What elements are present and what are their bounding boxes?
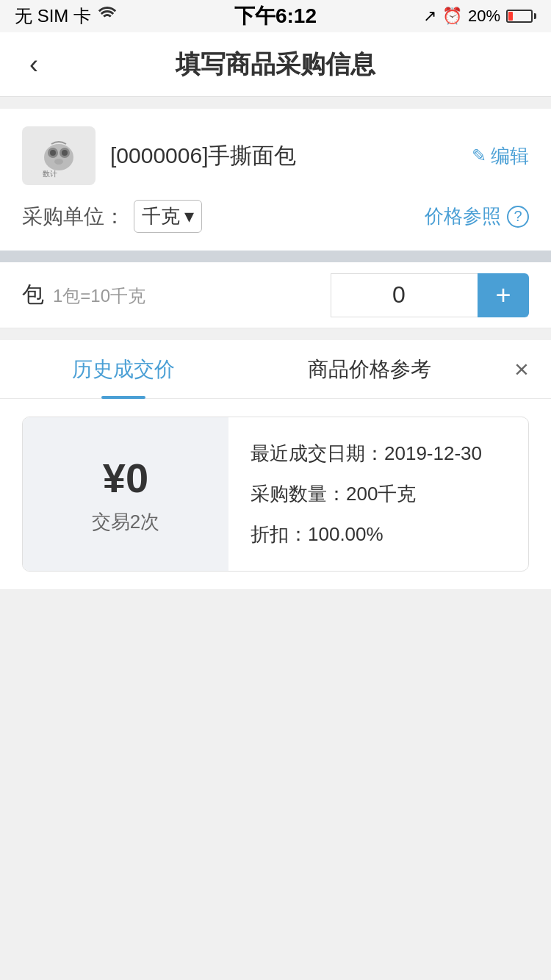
tab-section: 历史成交价 商品价格参考 × ¥0 交易2次 最近成交日期：2019-12-30… — [0, 340, 551, 589]
status-left: 无 SIM 卡 — [15, 4, 118, 28]
unit-char: 包 — [22, 280, 44, 310]
battery-icon — [506, 10, 536, 23]
alarm-icon: ⏰ — [442, 7, 462, 26]
unit-label-area: 包 1包=10千克 — [22, 280, 145, 310]
svg-text:数计: 数计 — [43, 170, 57, 178]
discount-row: 折扣：100.00% — [251, 520, 506, 549]
tab-product-price-ref[interactable]: 商品价格参考 — [246, 340, 492, 399]
history-price: ¥0 — [103, 454, 148, 502]
product-name: [0000006]手撕面包 — [110, 141, 472, 171]
purchase-qty-row: 采购数量：200千克 — [251, 480, 506, 508]
page-title: 填写商品采购信息 — [176, 48, 375, 82]
svg-point-3 — [50, 150, 56, 156]
product-info: [0000006]手撕面包 — [110, 141, 472, 171]
section-divider — [0, 251, 551, 262]
history-content: ¥0 交易2次 最近成交日期：2019-12-30 采购数量：200千克 折扣：… — [0, 399, 551, 589]
recent-date-row: 最近成交日期：2019-12-30 — [251, 439, 506, 468]
dropdown-arrow-icon: ▾ — [184, 205, 194, 228]
tab-row: 历史成交价 商品价格参考 × — [0, 340, 551, 399]
history-left-panel: ¥0 交易2次 — [23, 417, 228, 571]
battery-percent: 20% — [468, 7, 500, 26]
product-image: 数计 — [22, 126, 96, 185]
tab-history-price[interactable]: 历史成交价 — [0, 340, 246, 399]
help-icon: ? — [507, 206, 529, 228]
status-bar: 无 SIM 卡 下午6:12 ↗ ⏰ 20% — [0, 0, 551, 32]
back-button[interactable]: ‹ — [22, 42, 46, 87]
history-card: ¥0 交易2次 最近成交日期：2019-12-30 采购数量：200千克 折扣：… — [22, 417, 529, 572]
price-ref-button[interactable]: 价格参照 ? — [425, 203, 529, 229]
quantity-controls: + — [331, 273, 529, 317]
unit-row: 采购单位： 千克 ▾ — [22, 200, 202, 233]
unit-label: 采购单位： — [22, 203, 125, 231]
location-icon: ↗ — [423, 7, 436, 26]
svg-point-4 — [62, 150, 68, 156]
edit-button[interactable]: ✎ 编辑 — [472, 143, 529, 169]
product-top-row: 数计 [0000006]手撕面包 ✎ 编辑 — [22, 126, 529, 185]
product-bottom-row: 采购单位： 千克 ▾ 价格参照 ? — [22, 200, 529, 233]
history-trades: 交易2次 — [92, 509, 159, 535]
wifi-icon — [97, 6, 118, 26]
unit-dropdown[interactable]: 千克 ▾ — [134, 200, 202, 233]
quantity-plus-button[interactable]: + — [478, 273, 529, 317]
quantity-row: 包 1包=10千克 + — [0, 262, 551, 328]
page-header: ‹ 填写商品采购信息 — [0, 32, 551, 97]
page-background — [0, 589, 551, 980]
status-right: ↗ ⏰ 20% — [423, 7, 536, 26]
quantity-input[interactable] — [331, 273, 478, 317]
edit-icon: ✎ — [472, 145, 486, 166]
history-right-panel: 最近成交日期：2019-12-30 采购数量：200千克 折扣：100.00% — [228, 417, 528, 571]
status-time: 下午6:12 — [234, 2, 317, 30]
svg-point-5 — [54, 159, 63, 165]
no-sim-text: 无 SIM 卡 — [15, 4, 91, 28]
svg-point-0 — [44, 144, 73, 170]
tab-close-button[interactable]: × — [492, 340, 551, 399]
tab-underline — [101, 396, 145, 399]
unit-conversion: 1包=10千克 — [53, 284, 145, 308]
product-card: 数计 [0000006]手撕面包 ✎ 编辑 采购单位： 千克 ▾ 价格参照 ? — [0, 109, 551, 251]
